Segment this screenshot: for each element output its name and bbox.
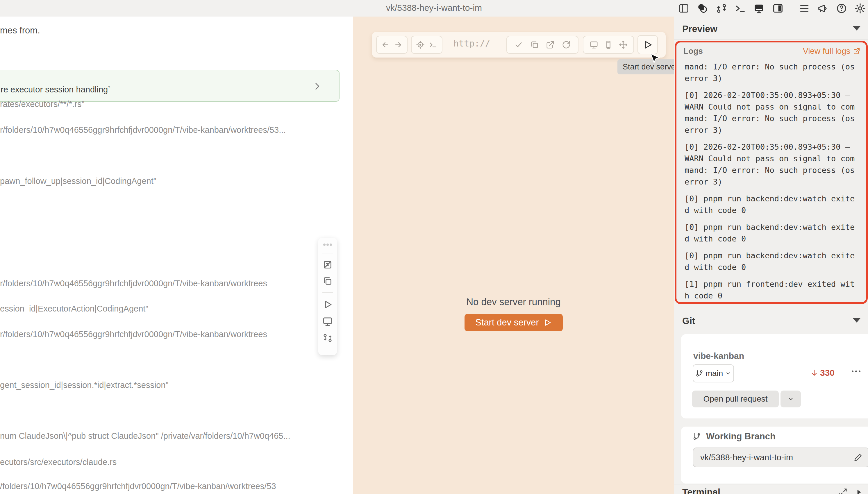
locate-icon[interactable] (416, 40, 425, 49)
log-text-line: ession_id|ExecutorAction|CodingAgent" (0, 304, 149, 314)
messages-icon[interactable] (697, 3, 709, 14)
preview-toolbar: http:// (372, 32, 666, 58)
app-window: vk/5388-hey-i-want-to-im mes from. re ex… (0, 0, 868, 494)
arrow-down-icon (810, 369, 818, 377)
check-icon[interactable] (514, 40, 523, 49)
monitor-icon[interactable] (322, 316, 333, 327)
terminal-section-title: Terminal (682, 487, 720, 494)
log-entry: [0] 2026-02-20T00:35:00.893+05:30 – WARN… (684, 90, 855, 136)
floating-toolbar (318, 238, 337, 355)
start-dev-server-label: Start dev server (475, 317, 539, 328)
log-text-line: ecutors/src/executors/claude.rs (0, 457, 117, 467)
log-text-line: r/folders/10/h7w0q46556ggr9hrfchfjdvr000… (0, 329, 267, 339)
task-success-box[interactable]: re executor session handling` (0, 70, 340, 102)
more-options-icon[interactable] (851, 369, 861, 373)
git-branch-icon (693, 432, 701, 440)
empty-state-message: No dev server running (353, 297, 674, 307)
logs-box: Logs View full logs mand: I/O error: No … (675, 41, 868, 304)
play-icon (543, 318, 552, 327)
terminal-icon[interactable] (429, 40, 437, 49)
git-branch-icon (696, 369, 703, 377)
log-text-line: /folders/10/h7w0q46556ggr9hrfchfjdvr0000… (0, 481, 276, 491)
titlebar: vk/5388-hey-i-want-to-im (0, 0, 868, 17)
git-card: vibe-kanban main 330 Open pull request (681, 334, 868, 418)
log-text-line: gent_session_id|session.*id|extract.*ses… (0, 380, 169, 390)
expand-icon[interactable] (838, 488, 847, 494)
dev-server-empty-state: No dev server running Start dev server (353, 297, 674, 331)
titlebar-actions (678, 3, 866, 14)
toolbar-divider (322, 292, 333, 293)
drag-handle-icon[interactable] (323, 243, 333, 246)
mobile-icon[interactable] (604, 40, 613, 49)
log-entry: [1] pnpm run frontend:dev exited with co… (684, 278, 855, 302)
start-dev-server-icon-button[interactable] (638, 35, 658, 54)
toolbar-divider (322, 253, 333, 253)
log-entry: mand: I/O error: No such process (os err… (684, 61, 855, 84)
chevron-down-icon (725, 370, 731, 376)
start-dev-server-button[interactable]: Start dev server (465, 314, 563, 331)
view-full-logs-label: View full logs (803, 46, 850, 56)
chevron-down-icon (853, 318, 861, 323)
copy-icon[interactable] (323, 276, 333, 286)
git-compare-icon[interactable] (716, 3, 727, 14)
select-element-off-icon[interactable] (323, 260, 333, 270)
refresh-icon[interactable] (562, 40, 571, 49)
branch-name: main (705, 369, 723, 378)
repo-name: vibe-kanban (693, 351, 744, 361)
tools-group (411, 36, 442, 54)
working-branch-header: Working Branch (693, 431, 776, 442)
megaphone-icon[interactable] (817, 3, 828, 14)
forward-icon[interactable] (394, 40, 402, 49)
chevron-down-icon (853, 26, 861, 31)
log-entry: [0] pnpm run backend:dev:watch exited wi… (684, 250, 855, 273)
open-external-icon[interactable] (546, 40, 555, 49)
terminal-icon[interactable] (735, 3, 746, 14)
working-branch-value: vk/5388-hey-i-want-to-im (700, 453, 854, 462)
settings-gear-icon[interactable] (855, 3, 866, 14)
logs-scroll-area[interactable]: mand: I/O error: No such process (os err… (684, 61, 859, 304)
monitor-icon[interactable] (753, 3, 765, 14)
desktop-icon[interactable] (589, 40, 598, 49)
log-text-line: num ClaudeJson\|^pub struct ClaudeJson" … (0, 431, 290, 441)
working-branch-title: Working Branch (706, 431, 776, 442)
working-branch-field[interactable]: vk/5388-hey-i-want-to-im (693, 448, 868, 467)
start-dev-server-tooltip: Start dev server (618, 59, 674, 74)
chevron-right-icon[interactable] (855, 489, 863, 494)
panel-right-icon[interactable] (772, 3, 784, 14)
log-entry: [0] pnpm run backend:dev:watch exited wi… (684, 193, 855, 216)
git-compare-icon[interactable] (323, 333, 333, 343)
sidebar-panel: Preview Logs View full logs mand: I/O er… (674, 17, 868, 494)
log-text-line: r/folders/10/h7w0q46556ggr9hrfchfjdvr000… (0, 279, 267, 288)
task-description-text: mes from. (0, 25, 40, 36)
log-text-line: rates/executors/**/*.rs" (0, 99, 84, 109)
git-section-title: Git (682, 316, 695, 326)
log-text-line: r/folders/10/h7w0q46556ggr9hrfchfjdvr000… (0, 125, 286, 135)
behind-count: 330 (820, 368, 834, 378)
page-actions-group (506, 36, 579, 54)
pull-request-dropdown-button[interactable] (780, 391, 801, 407)
copy-icon[interactable] (530, 40, 539, 49)
url-input[interactable]: http:// (453, 38, 490, 49)
open-pull-request-button[interactable]: Open pull request (692, 391, 779, 407)
logs-header: Logs View full logs (683, 46, 860, 56)
device-group (583, 36, 634, 54)
terminal-section-header[interactable]: Terminal (674, 484, 868, 487)
panel-left-icon[interactable] (678, 3, 689, 14)
preview-section-title: Preview (682, 23, 717, 34)
git-section-header[interactable]: Git (674, 310, 868, 316)
back-icon[interactable] (381, 40, 390, 49)
play-icon[interactable] (322, 299, 333, 310)
branch-selector[interactable]: main (693, 364, 734, 382)
working-branch-card: Working Branch vk/5388-hey-i-want-to-im (681, 426, 868, 483)
view-full-logs-link[interactable]: View full logs (803, 46, 860, 56)
commits-behind-indicator: 330 (810, 368, 834, 378)
preview-pane: http:// Start dev server No dev server r… (353, 17, 674, 494)
log-entry: [0] pnpm run backend:dev:watch exited wi… (684, 222, 855, 245)
terminal-header-actions (838, 488, 863, 494)
help-icon[interactable] (836, 3, 847, 14)
nav-group (376, 36, 408, 54)
edit-pencil-icon[interactable] (854, 453, 863, 462)
chevron-right-icon (312, 81, 322, 91)
menu-icon[interactable] (799, 3, 810, 14)
move-icon[interactable] (619, 40, 628, 49)
